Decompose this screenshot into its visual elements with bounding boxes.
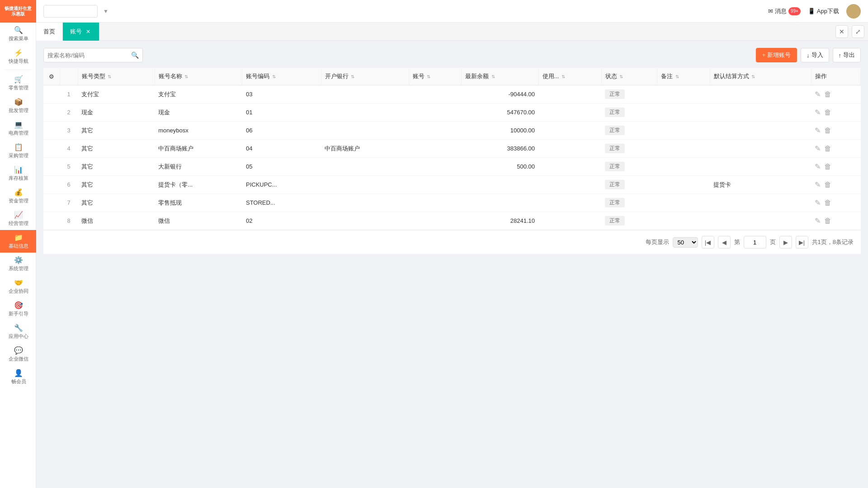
edit-icon[interactable]: ✎ [815, 162, 821, 171]
row-code: 04 [242, 140, 321, 158]
edit-icon[interactable]: ✎ [815, 144, 821, 153]
status-badge: 正常 [605, 108, 625, 117]
top-search-input[interactable] [43, 5, 98, 18]
sidebar-item-purchase[interactable]: 📋 采购管理 [0, 140, 36, 162]
search-icon[interactable]: 🔍 [131, 52, 139, 59]
row-code: 03 [242, 85, 321, 103]
sidebar-item-label: 批发管理 [9, 107, 28, 114]
delete-icon[interactable]: 🗑 [824, 163, 831, 171]
top-header: ▼ ✉ 消息 99+ 📱 App下载 [36, 0, 868, 23]
row-note [657, 158, 710, 176]
edit-icon[interactable]: ✎ [815, 108, 821, 117]
table-row: 3 其它 moneybosx 06 10000.00 正常 ✎ 🗑 [43, 122, 861, 140]
delete-icon[interactable]: 🗑 [824, 217, 831, 225]
sidebar-item-wholesale[interactable]: 📦 批发管理 [0, 94, 36, 117]
sidebar-item-finance[interactable]: 💰 资金管理 [0, 185, 36, 207]
row-bank [321, 122, 409, 140]
import-button[interactable]: ↓ 导入 [801, 48, 829, 62]
message-icon: ✉ [768, 8, 773, 14]
sidebar-item-search[interactable]: 🔍 搜索菜单 [0, 23, 36, 45]
table-row: 7 其它 零售抵现 STORED... 正常 ✎ 🗑 [43, 194, 861, 212]
col-usage[interactable]: 使用... ⇅ [538, 68, 601, 85]
next-page-button[interactable]: ▶ [779, 236, 792, 249]
sidebar-item-corp-collab[interactable]: 🤝 企业协同 [0, 275, 36, 298]
tab-account[interactable]: 账号 ✕ [63, 23, 99, 41]
col-code[interactable]: 账号编码 ⇅ [242, 68, 321, 85]
sidebar-item-business[interactable]: 📈 经营管理 [0, 207, 36, 230]
edit-icon[interactable]: ✎ [815, 126, 821, 135]
sidebar-item-basic-info[interactable]: 📁 基础信息 [0, 230, 36, 253]
status-badge: 正常 [605, 180, 625, 189]
sort-account-icon: ⇅ [427, 74, 430, 79]
sidebar-item-label: 电商管理 [9, 130, 28, 136]
user-avatar[interactable] [846, 4, 861, 19]
col-name[interactable]: 账号名称 ⇅ [155, 68, 242, 85]
sidebar-item-label: 应用中心 [9, 333, 28, 340]
page-number-input[interactable] [744, 236, 766, 249]
edit-icon[interactable]: ✎ [815, 198, 821, 207]
sidebar-item-inventory[interactable]: 📊 库存核算 [0, 162, 36, 185]
col-num [60, 68, 78, 85]
row-default-payment: 提货卡 [710, 176, 811, 194]
sidebar-item-label: 系统管理 [9, 265, 28, 272]
sidebar-item-corp-wechat[interactable]: 💬 企业微信 [0, 343, 36, 366]
page-size-select[interactable]: 50 100 200 [673, 237, 698, 248]
row-account [409, 212, 462, 230]
add-account-button[interactable]: + 新增账号 [756, 48, 797, 62]
status-badge: 正常 [605, 144, 625, 153]
sidebar-item-ecommerce[interactable]: 💻 电商管理 [0, 117, 36, 140]
message-button[interactable]: ✉ 消息 99+ [768, 7, 801, 15]
delete-icon[interactable]: 🗑 [824, 127, 831, 135]
col-account[interactable]: 账号 ⇅ [409, 68, 462, 85]
edit-icon[interactable]: ✎ [815, 90, 821, 99]
last-page-button[interactable]: ▶| [796, 236, 808, 249]
col-bank[interactable]: 开户银行 ⇅ [321, 68, 409, 85]
tab-account-label: 账号 [70, 28, 82, 36]
row-status: 正常 [601, 85, 657, 103]
page-text: 第 [734, 238, 740, 246]
sidebar-item-app-center[interactable]: 🔧 应用中心 [0, 320, 36, 343]
tab-expand-button[interactable]: ⤢ [852, 25, 864, 38]
col-type[interactable]: 账号类型 ⇅ [78, 68, 155, 85]
edit-icon[interactable]: ✎ [815, 180, 821, 189]
export-button[interactable]: ↑ 导出 [833, 48, 861, 62]
row-num: 3 [60, 122, 78, 140]
delete-icon[interactable]: 🗑 [824, 199, 831, 207]
delete-icon[interactable]: 🗑 [824, 181, 831, 189]
delete-icon[interactable]: 🗑 [824, 90, 831, 99]
col-note[interactable]: 备注 ⇅ [657, 68, 710, 85]
import-icon: ↓ [807, 52, 810, 59]
col-balance[interactable]: 最新余额 ⇅ [462, 68, 538, 85]
delete-icon[interactable]: 🗑 [824, 145, 831, 153]
table-body: 1 支付宝 支付宝 03 -90444.00 正常 ✎ 🗑 2 现金 现金 01 [43, 85, 861, 230]
row-balance: 547670.00 [462, 103, 538, 122]
tab-home[interactable]: 首页 [36, 23, 63, 41]
col-settings[interactable]: ⚙ [43, 68, 60, 85]
status-badge: 正常 [605, 216, 625, 225]
account-search-input[interactable] [47, 52, 131, 59]
sidebar: 畅捷通好生意 乐惠版 🔍 搜索菜单 ⚡ 快捷导航 🛒 零售管理 📦 批发管理 💻… [0, 0, 36, 488]
app-download-button[interactable]: 📱 App下载 [808, 7, 839, 15]
tab-close-button[interactable]: ✕ [835, 25, 848, 38]
row-name: moneybosx [155, 122, 242, 140]
delete-icon[interactable]: 🗑 [824, 108, 831, 117]
sidebar-item-quick-nav[interactable]: ⚡ 快捷导航 [0, 45, 36, 68]
row-gear [43, 85, 60, 103]
row-default-payment [710, 85, 811, 103]
sidebar-item-system[interactable]: ⚙️ 系统管理 [0, 253, 36, 275]
search-wrap: 🔍 [43, 48, 143, 62]
prev-page-button[interactable]: ◀ [718, 236, 731, 249]
sidebar-item-vip[interactable]: 👤 畅会员 [0, 366, 36, 388]
first-page-button[interactable]: |◀ [702, 236, 714, 249]
col-status[interactable]: 状态 ⇅ [601, 68, 657, 85]
tab-close-icon[interactable]: ✕ [85, 28, 92, 35]
sidebar-item-guide[interactable]: 🎯 新手引导 [0, 298, 36, 320]
sort-balance-icon: ⇅ [491, 74, 495, 79]
dropdown-arrow-icon[interactable]: ▼ [103, 8, 108, 14]
app-center-icon: 🔧 [14, 324, 23, 332]
col-default-payment[interactable]: 默认结算方式 ⇅ [710, 68, 811, 85]
sidebar-item-retail[interactable]: 🛒 零售管理 [0, 72, 36, 94]
edit-icon[interactable]: ✎ [815, 216, 821, 225]
row-bank [321, 85, 409, 103]
content-area: 🔍 + 新增账号 ↓ 导入 ↑ 导出 ⚙ [36, 41, 868, 488]
